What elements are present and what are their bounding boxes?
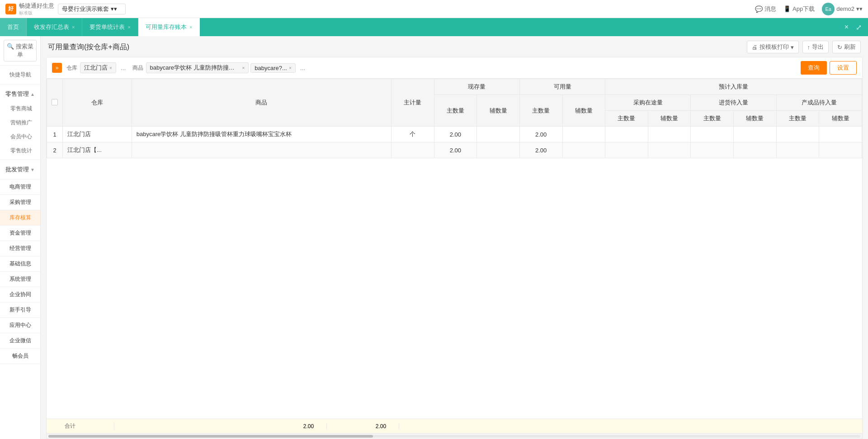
- cell-purchase-in-main: [605, 142, 648, 158]
- cell-warehouse: 江北门店: [63, 127, 132, 142]
- search-menu-btn[interactable]: 🔍 搜索菜单: [4, 40, 37, 61]
- refresh-icon: ↻: [837, 44, 842, 51]
- cell-warehouse: 江北门店【...: [63, 142, 132, 158]
- chevron-down-icon: ▼: [30, 167, 35, 172]
- sidebar-section-retail: 零售管理 ▲ 零售商城 营销推广 会员中心 零售统计: [0, 85, 40, 160]
- sidebar-item-inventory[interactable]: 库存核算: [0, 210, 40, 226]
- tab-bar-actions: × ⤢: [842, 21, 868, 33]
- filter-expand-btn[interactable]: »: [52, 63, 62, 73]
- sidebar-item-basic[interactable]: 基础信息: [0, 256, 40, 272]
- th-purchase-pending-group: 进货待入量: [691, 95, 776, 111]
- top-bar-left: 好 畅捷通好生意 标准版 母婴行业演示账套 ▾: [5, 2, 126, 16]
- th-available-group: 可用量: [519, 79, 605, 95]
- sidebar-item-quick-nav[interactable]: 快捷导航: [0, 67, 40, 82]
- sidebar-nav: 快捷导航: [0, 66, 40, 85]
- chevron-down-icon: ▾: [791, 44, 794, 51]
- logo-area: 好 畅捷通好生意 标准版: [5, 2, 54, 16]
- product-tag-2: babycare?... ×: [250, 63, 295, 73]
- close-icon[interactable]: ×: [72, 24, 75, 30]
- logo-icon: 好: [5, 4, 16, 14]
- close-icon[interactable]: ×: [127, 24, 130, 30]
- cell-available-sub: [562, 127, 605, 142]
- sidebar-item-operations[interactable]: 经营管理: [0, 241, 40, 256]
- page-header: 可用量查询(按仓库+商品) 🖨 按模板打印 ▾ ↑ 导出 ↻ 刷新: [41, 36, 868, 57]
- cell-production-main: [776, 142, 819, 158]
- cell-production-main: [776, 127, 819, 142]
- sidebar-item-system[interactable]: 系统管理: [0, 272, 40, 287]
- th-unit: 主计量: [392, 79, 434, 127]
- more-icon[interactable]: ...: [119, 64, 128, 71]
- close-icon[interactable]: ×: [242, 66, 245, 71]
- sidebar-item-member[interactable]: 畅会员: [0, 349, 40, 364]
- avatar: Ea: [822, 3, 835, 15]
- th-purchase-in-sub: 辅数量: [648, 111, 691, 127]
- top-bar-right: 消息 App下载 Ea demo2 ▾: [755, 3, 863, 15]
- cell-production-sub: [819, 127, 862, 142]
- query-btn[interactable]: 查询: [801, 61, 827, 75]
- chevron-up-icon: ▲: [30, 92, 35, 97]
- sidebar-item-finance[interactable]: 资金管理: [0, 226, 40, 241]
- more-icon[interactable]: ...: [298, 64, 307, 71]
- sidebar-item-members[interactable]: 会员中心: [0, 130, 40, 144]
- tab-available[interactable]: 可用量库存账本 ×: [138, 18, 200, 36]
- cell-purchase-pending-sub: [734, 142, 777, 158]
- product-label: 商品: [132, 64, 143, 72]
- sidebar-section-retail-header[interactable]: 零售管理 ▲: [0, 86, 40, 102]
- message-btn[interactable]: 消息: [755, 5, 776, 13]
- close-icon[interactable]: ×: [189, 24, 192, 30]
- sidebar-item-enterprise[interactable]: 企业协同: [0, 287, 40, 302]
- footer-stock-main: 2.00: [291, 423, 327, 430]
- scroll-track: [48, 435, 860, 438]
- user-menu[interactable]: Ea demo2 ▾: [822, 3, 863, 15]
- sidebar-search: 🔍 搜索菜单: [0, 36, 40, 66]
- sidebar-item-appcenter[interactable]: 应用中心: [0, 318, 40, 333]
- warehouse-tags: 江北门店 ×: [80, 62, 116, 73]
- industry-selector[interactable]: 母婴行业演示账套 ▾: [58, 4, 126, 14]
- close-icon[interactable]: ×: [109, 66, 112, 71]
- logo-text: 畅捷通好生意 标准版: [19, 2, 54, 16]
- tab-home[interactable]: 首页: [0, 18, 27, 36]
- horizontal-scrollbar: [46, 434, 863, 439]
- refresh-btn[interactable]: ↻ 刷新: [832, 41, 861, 53]
- main-layout: 🔍 搜索菜单 快捷导航 零售管理 ▲ 零售商城 营销推广 会员中心 零售统计 批…: [0, 36, 868, 439]
- sidebar-item-guide[interactable]: 新手引导: [0, 302, 40, 318]
- th-production-sub: 辅数量: [819, 111, 862, 127]
- cell-purchase-in-sub: [648, 127, 691, 142]
- th-purchase-pending-main: 主数量: [691, 111, 734, 127]
- th-checkbox: [47, 79, 63, 127]
- sidebar-section-wholesale-header[interactable]: 批发管理 ▼: [0, 162, 40, 177]
- app-download-btn[interactable]: App下载: [783, 5, 815, 13]
- table-footer: 合计 2.00 2.00: [46, 419, 863, 434]
- sidebar-item-marketing[interactable]: 营销推广: [0, 116, 40, 130]
- scroll-thumb[interactable]: [48, 435, 373, 438]
- export-btn[interactable]: ↑ 导出: [802, 41, 829, 53]
- sidebar-section-wholesale: 批发管理 ▼: [0, 160, 40, 179]
- expand-tab-btn[interactable]: ⤢: [853, 21, 864, 33]
- th-available-main: 主数量: [519, 95, 562, 127]
- sidebar-item-retail-store[interactable]: 零售商城: [0, 102, 40, 116]
- cell-purchase-pending-main: [691, 127, 734, 142]
- th-purchase-in-group: 采购在途量: [605, 95, 691, 111]
- close-icon[interactable]: ×: [289, 66, 292, 71]
- print-btn[interactable]: 🖨 按模板打印 ▾: [747, 41, 799, 53]
- cell-purchase-in-main: [605, 127, 648, 142]
- footer-available-main: 2.00: [363, 423, 399, 430]
- tab-order[interactable]: 要货单统计表 ×: [82, 18, 138, 36]
- cell-index: 2: [47, 142, 63, 158]
- cell-stock-main: 2.00: [434, 127, 477, 142]
- close-tab-btn[interactable]: ×: [842, 21, 851, 33]
- cell-purchase-pending-sub: [734, 127, 777, 142]
- tab-receipt[interactable]: 收发存汇总表 ×: [27, 18, 82, 36]
- sidebar-item-wechat[interactable]: 企业微信: [0, 333, 40, 349]
- sidebar-item-purchase[interactable]: 采购管理: [0, 195, 40, 210]
- footer-label: 合计: [60, 422, 114, 430]
- settings-btn[interactable]: 设置: [830, 61, 857, 75]
- checkbox-icon[interactable]: [52, 99, 58, 105]
- filter-product-group: 商品 babycare学饮杯 儿童防摔防撞吸管杯重力球吸嘴杯宝宝水杯 × bab…: [132, 62, 307, 73]
- th-stock-group: 现存量: [434, 79, 519, 95]
- th-product: 商品: [132, 79, 391, 127]
- sidebar-item-retail-stats[interactable]: 零售统计: [0, 144, 40, 158]
- sidebar-item-ecommerce[interactable]: 电商管理: [0, 179, 40, 195]
- th-incoming-group: 预计入库量: [605, 79, 862, 95]
- chevron-down-icon: ▾: [856, 5, 863, 12]
